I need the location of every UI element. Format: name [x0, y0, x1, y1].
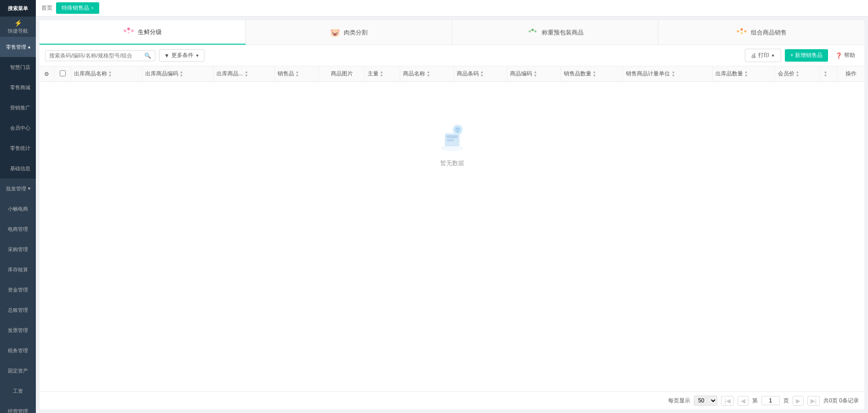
cat-tab-meat-cut[interactable]: 🐷 肉类分割: [246, 20, 452, 45]
table-container: ⚙ 出库商品名称 ▲▼ 出库: [40, 66, 864, 391]
smart-store-label: 智慧门店: [10, 64, 30, 71]
topbar: 首页 特殊销售品 ×: [36, 0, 868, 17]
sidebar-item-general-ledger[interactable]: 总账管理: [0, 300, 36, 320]
topbar-home[interactable]: 首页: [41, 4, 52, 12]
sidebar-item-wholesale-mgmt[interactable]: 批发管理 ▼: [0, 178, 36, 199]
svg-point-8: [741, 29, 743, 31]
th-product-code[interactable]: 商品编码 ▲▼: [507, 66, 561, 82]
combo-sales-label: 组合商品销售: [751, 29, 787, 37]
mini-ecommerce-label: 小畅电商: [8, 206, 28, 212]
search-input[interactable]: [49, 52, 142, 59]
th-product-name[interactable]: 商品名称 ▲▼: [400, 66, 454, 82]
wholesale-mgmt-label: 批发管理: [5, 185, 27, 192]
th-checkbox[interactable]: [54, 66, 71, 82]
quick-nav-icon: ⚡: [14, 19, 22, 27]
th-out-product-code[interactable]: 出库商品编码 ▲▼: [142, 66, 213, 82]
cat-tab-weight-prepack[interactable]: 称重预包装商品: [452, 20, 658, 45]
sidebar-item-wages[interactable]: 工资: [0, 381, 36, 401]
sidebar-item-member-center[interactable]: 会员中心: [5, 118, 36, 138]
sidebar-item-sales-promo[interactable]: 营销推广: [5, 98, 36, 118]
pagination: 每页显示 50 10 20 100 |◀ ◀ 第 页 ▶ ▶| 共0页 0条记录: [40, 391, 864, 409]
sidebar-item-retail-stats[interactable]: 零售统计: [5, 138, 36, 158]
sort-icon: ▲▼: [380, 70, 384, 78]
sidebar-item-inventory-check[interactable]: 库存核算: [0, 259, 36, 280]
sort-icon: ▲▼: [671, 70, 675, 78]
sidebar-item-finance-mgmt[interactable]: 资金管理: [0, 280, 36, 300]
sidebar-item-basic-info[interactable]: 基础信息: [5, 158, 36, 178]
sort-icon: ▲▼: [108, 70, 112, 78]
filter-button[interactable]: ▼ 更多条件 ▼: [159, 49, 204, 62]
select-all-checkbox[interactable]: [60, 70, 66, 76]
sort-icon: ▲▼: [295, 70, 299, 78]
topbar-active-tab[interactable]: 特殊销售品 ×: [56, 2, 99, 14]
page-next-button[interactable]: ▶: [793, 396, 804, 406]
th-out-product-extra[interactable]: 出库商品... ▲▼: [214, 66, 275, 82]
sidebar-item-purchase-mgmt[interactable]: 采购管理: [0, 239, 36, 259]
svg-point-17: [457, 131, 458, 132]
page-last-button[interactable]: ▶|: [807, 396, 820, 406]
th-member-price[interactable]: 会员价 ▲▼: [775, 66, 819, 82]
th-sales-unit[interactable]: 销售商品计量单位 ▲▼: [623, 66, 712, 82]
th-sales-qty[interactable]: 销售品数量 ▲▼: [561, 66, 623, 82]
th-sales-product[interactable]: 销售品 ▲▼: [274, 66, 319, 82]
sidebar-item-retail-mgmt[interactable]: 零售管理 ▲: [0, 37, 36, 57]
sidebar-logo[interactable]: 搜索菜单: [0, 0, 36, 17]
empty-state: 暂无数据: [40, 82, 864, 204]
th-extra[interactable]: ▲▼: [819, 66, 837, 82]
sort-icon: ▲▼: [593, 70, 596, 78]
sidebar-item-retail-mall[interactable]: 零售商城: [5, 77, 36, 98]
cat-tab-combo-sales[interactable]: 组合商品销售: [658, 20, 864, 45]
toolbar-right: 🖨 打印 ▼ + 新增销售品 ❓ 帮助: [745, 49, 859, 62]
active-tab-close[interactable]: ×: [91, 6, 94, 11]
help-button[interactable]: ❓ 帮助: [832, 49, 859, 62]
search-box[interactable]: 🔍: [45, 50, 155, 61]
sidebar-item-smart-store[interactable]: 智慧门店: [5, 57, 36, 77]
toolbar: 🔍 ▼ 更多条件 ▼ 🖨 打印 ▼ + 新增销售品 ❓ 帮助: [40, 45, 864, 66]
add-button[interactable]: + 新增销售品: [785, 49, 828, 62]
svg-point-0: [124, 29, 126, 32]
combo-sales-icon: [736, 27, 747, 38]
finance-mgmt-label: 资金管理: [8, 287, 28, 293]
sidebar-item-tax-mgmt[interactable]: 税务管理: [0, 340, 36, 361]
th-out-qty[interactable]: 出库品数量 ▲▼: [712, 66, 775, 82]
page-unit: 页: [783, 397, 789, 405]
print-icon: 🖨: [751, 52, 756, 59]
th-main-weight[interactable]: 主量 ▲▼: [364, 66, 400, 82]
sidebar-item-invoice-mgmt[interactable]: 发票管理: [0, 320, 36, 340]
purchase-mgmt-label: 采购管理: [8, 246, 28, 253]
sidebar-item-ecommerce-mgmt[interactable]: 电商管理: [0, 219, 36, 239]
ops-mgmt-label: 经营管理: [8, 408, 28, 413]
sort-icon: ▲▼: [180, 70, 183, 78]
print-button[interactable]: 🖨 打印 ▼: [745, 49, 781, 62]
svg-point-9: [744, 30, 747, 33]
cat-tab-fresh-grade[interactable]: 生鲜分级: [40, 20, 246, 45]
sidebar-item-mini-ecommerce[interactable]: 小畅电商: [0, 199, 36, 219]
sidebar-item-quick-nav[interactable]: ⚡ 快捷导航: [0, 17, 36, 37]
page-size-select[interactable]: 50 10 20 100: [694, 396, 717, 406]
svg-point-5: [531, 29, 533, 31]
svg-rect-14: [447, 139, 454, 142]
svg-rect-13: [447, 135, 458, 138]
sidebar-item-fixed-assets[interactable]: 固定资产: [0, 361, 36, 381]
page-input[interactable]: [761, 396, 780, 405]
meat-cut-label: 肉类分割: [344, 29, 368, 37]
page-label: 第: [752, 397, 758, 405]
th-settings[interactable]: ⚙: [40, 66, 54, 82]
filter-icon: ▼: [164, 52, 170, 59]
retail-mgmt-arrow: ▲: [27, 45, 31, 49]
th-product-barcode[interactable]: 商品条码 ▲▼: [454, 66, 507, 82]
sort-icon: ▲▼: [244, 70, 248, 78]
page-first-button[interactable]: |◀: [721, 396, 733, 406]
add-label: + 新增销售品: [790, 52, 823, 59]
svg-point-3: [128, 32, 130, 34]
weight-prepack-icon: [527, 27, 538, 38]
th-actions: 操作: [837, 66, 864, 82]
empty-text: 暂无数据: [440, 159, 464, 167]
sort-icon: ▲▼: [426, 70, 430, 78]
member-center-label: 会员中心: [10, 125, 30, 132]
sidebar-item-ops-mgmt[interactable]: 经营管理: [0, 401, 36, 413]
weight-prepack-label: 称重预包装商品: [542, 29, 584, 37]
th-out-product-name[interactable]: 出库商品名称 ▲▼: [71, 66, 142, 82]
page-prev-button[interactable]: ◀: [738, 396, 749, 406]
svg-point-6: [534, 30, 536, 33]
